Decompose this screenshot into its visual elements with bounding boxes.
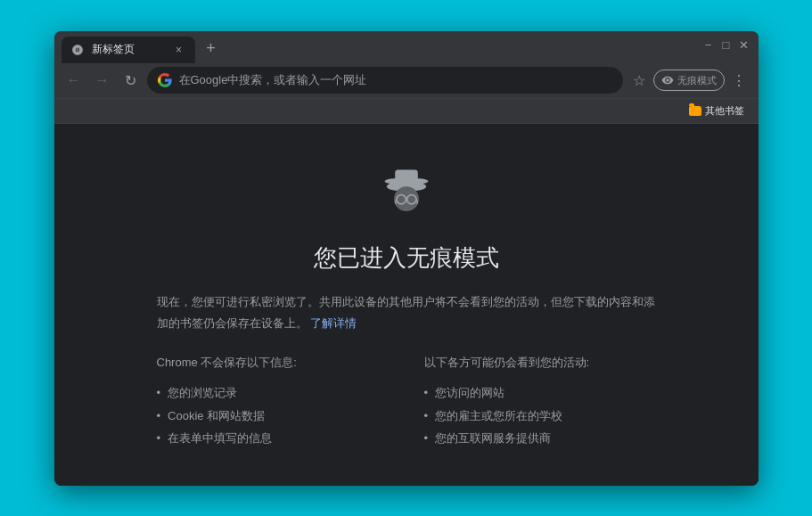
chrome-no-save-col: Chrome 不会保存以下信息: 您的浏览记录 Cookie 和网站数据 在表单… bbox=[157, 355, 389, 450]
bookmark-btn[interactable]: ☆ bbox=[627, 68, 652, 93]
back-btn[interactable]: ← bbox=[62, 68, 86, 93]
maximize-btn[interactable]: □ bbox=[719, 38, 734, 53]
window-controls: − □ ✕ bbox=[701, 38, 751, 53]
tab-close-btn[interactable]: × bbox=[172, 43, 186, 57]
active-tab[interactable]: 新标签页 × bbox=[62, 37, 195, 63]
bookmarks-bar: 其他书签 bbox=[54, 99, 759, 124]
title-bar: 新标签页 × + − □ ✕ bbox=[54, 31, 759, 63]
chrome-no-save-title: Chrome 不会保存以下信息: bbox=[157, 355, 389, 371]
minimize-btn[interactable]: − bbox=[701, 38, 716, 53]
folder-icon bbox=[689, 106, 701, 116]
still-visible-col: 以下各方可能仍会看到您的活动: 您访问的网站 您的雇主或您所在的学校 您的互联网… bbox=[424, 355, 656, 450]
tab-favicon bbox=[70, 43, 85, 57]
incognito-icon-small bbox=[661, 74, 674, 86]
list-item: 您访问的网站 bbox=[424, 381, 656, 405]
forward-btn[interactable]: → bbox=[90, 68, 115, 93]
still-visible-list: 您访问的网站 您的雇主或您所在的学校 您的互联网服务提供商 bbox=[424, 381, 656, 450]
content-area: 您已进入无痕模式 现在，您便可进行私密浏览了。共用此设备的其他用户将不会看到您的… bbox=[54, 124, 759, 486]
info-columns: Chrome 不会保存以下信息: 您的浏览记录 Cookie 和网站数据 在表单… bbox=[157, 355, 656, 450]
browser-window: 新标签页 × + − □ ✕ ← → ↻ bbox=[54, 31, 759, 486]
new-tab-button[interactable]: + bbox=[199, 37, 224, 61]
tab-title: 新标签页 bbox=[92, 42, 165, 57]
page-intro: 现在，您便可进行私密浏览了。共用此设备的其他用户将不会看到您的活动，但您下载的内… bbox=[157, 291, 656, 333]
incognito-hat-icon bbox=[371, 160, 442, 222]
star-icon: ☆ bbox=[633, 72, 645, 89]
other-bookmarks-label: 其他书签 bbox=[705, 104, 744, 118]
list-item: 您的浏览记录 bbox=[157, 381, 389, 405]
learn-more-link[interactable]: 了解详情 bbox=[310, 316, 357, 330]
svg-rect-3 bbox=[395, 169, 418, 182]
still-visible-title: 以下各方可能仍会看到您的活动: bbox=[424, 355, 656, 371]
incognito-label: 无痕模式 bbox=[677, 74, 717, 87]
list-item: 您的互联网服务提供商 bbox=[424, 427, 656, 450]
google-icon bbox=[158, 73, 172, 87]
list-item: 在表单中填写的信息 bbox=[157, 427, 389, 450]
refresh-btn[interactable]: ↻ bbox=[119, 68, 144, 93]
toolbar-actions: ☆ 无痕模式 ⋮ bbox=[627, 68, 751, 93]
menu-btn[interactable]: ⋮ bbox=[726, 68, 751, 93]
page-title: 您已进入无痕模式 bbox=[314, 242, 499, 274]
address-text: 在Google中搜索，或者输入一个网址 bbox=[179, 72, 612, 88]
toolbar: ← → ↻ 在Google中搜索，或者输入一个网址 ☆ bbox=[54, 63, 759, 99]
close-btn[interactable]: ✕ bbox=[737, 38, 751, 53]
incognito-badge[interactable]: 无痕模式 bbox=[653, 70, 725, 91]
chrome-no-save-list: 您的浏览记录 Cookie 和网站数据 在表单中填写的信息 bbox=[157, 381, 389, 450]
other-bookmarks[interactable]: 其他书签 bbox=[682, 102, 751, 119]
tab-strip: 新标签页 × + bbox=[62, 37, 751, 63]
address-bar[interactable]: 在Google中搜索，或者输入一个网址 bbox=[147, 67, 623, 94]
list-item: Cookie 和网站数据 bbox=[157, 405, 389, 428]
list-item: 您的雇主或您所在的学校 bbox=[424, 405, 656, 428]
